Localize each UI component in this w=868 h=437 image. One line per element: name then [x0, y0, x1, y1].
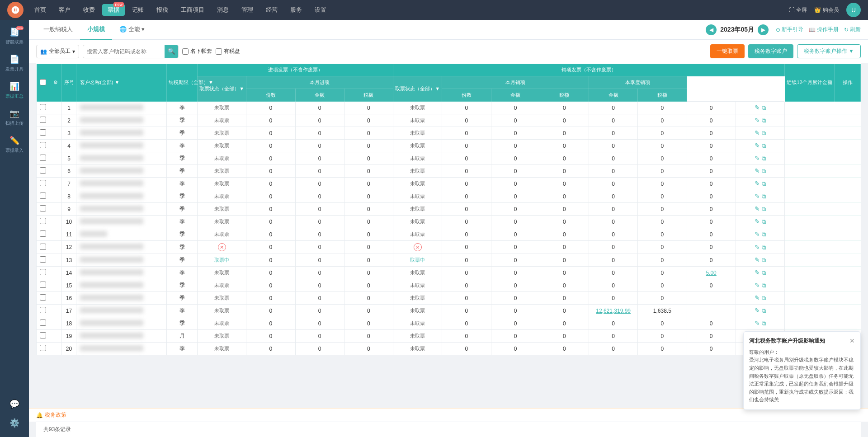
nav-service[interactable]: 服务 [285, 4, 307, 16]
copy-button-14[interactable]: ⧉ [762, 282, 766, 289]
out-status-header[interactable]: 取票状态（全部）▼ [393, 76, 442, 102]
row-checkbox-5[interactable] [40, 167, 46, 174]
row-check-13[interactable] [37, 267, 49, 279]
row-checkbox-11[interactable] [40, 244, 46, 250]
new-guide-link[interactable]: ⊙ 新手引导 [776, 26, 803, 33]
row-check-16[interactable] [37, 305, 49, 317]
nav-manage[interactable]: 管理 [236, 4, 259, 16]
my-accounts-checkbox[interactable] [182, 48, 189, 55]
edit-button-6[interactable]: ✎ [755, 180, 760, 187]
nav-tax[interactable]: 报税 [151, 4, 174, 16]
sidebar-item-message[interactable]: 💬 [2, 395, 27, 413]
edit-button-13[interactable]: ✎ [755, 269, 760, 276]
row-check-18[interactable] [37, 330, 49, 343]
copy-button-8[interactable]: ⧉ [762, 206, 766, 212]
copy-button-1[interactable]: ⧉ [762, 117, 766, 124]
copy-button-6[interactable]: ⧉ [762, 180, 766, 187]
copy-button-5[interactable]: ⧉ [762, 168, 766, 174]
row-check-4[interactable] [37, 152, 49, 165]
row-checkbox-19[interactable] [40, 345, 46, 351]
tax-policy-bar[interactable]: 🔔 税务政策 [29, 408, 868, 422]
edit-button-9[interactable]: ✎ [755, 218, 760, 225]
row-checkbox-17[interactable] [40, 320, 46, 326]
edit-button-15[interactable]: ✎ [755, 294, 760, 301]
nav-client[interactable]: 客户 [53, 4, 76, 16]
row-checkbox-12[interactable] [40, 256, 46, 263]
refresh-link[interactable]: ↻ 刷新 [844, 26, 861, 33]
edit-button-11[interactable]: ✎ [755, 244, 760, 251]
copy-button-7[interactable]: ⧉ [762, 193, 766, 200]
copy-button-10[interactable]: ⧉ [762, 231, 766, 238]
nav-invoice[interactable]: 票据new [102, 4, 125, 16]
search-input[interactable] [83, 48, 165, 55]
row-check-14[interactable] [37, 279, 49, 292]
row-check-8[interactable] [37, 203, 49, 216]
sidebar-item-settings[interactable]: ⚙️ [2, 414, 27, 432]
row-checkbox-14[interactable] [40, 282, 46, 288]
copy-button-9[interactable]: ⧉ [762, 218, 766, 225]
edit-button-16[interactable]: ✎ [755, 307, 760, 314]
nav-message[interactable]: 消息 [212, 4, 234, 16]
row-check-2[interactable] [37, 127, 49, 140]
row-checkbox-16[interactable] [40, 307, 46, 313]
nav-fee[interactable]: 收费 [78, 4, 100, 16]
copy-button-11[interactable]: ⧉ [762, 244, 766, 251]
row-checkbox-2[interactable] [40, 129, 46, 136]
sidebar-item-invoice-entry[interactable]: ✏️ 票据录入 [2, 132, 27, 157]
edit-button-3[interactable]: ✎ [755, 142, 760, 149]
edit-button-12[interactable]: ✎ [755, 256, 760, 263]
nav-business[interactable]: 工商项目 [175, 4, 210, 16]
col-settings-header[interactable]: ⚙ [49, 64, 62, 102]
row-check-12[interactable] [37, 254, 49, 267]
edit-button-8[interactable]: ✎ [755, 205, 760, 212]
digital-tax-ops-button[interactable]: 税务数字账户操作 ▼ [797, 44, 861, 58]
row-checkbox-7[interactable] [40, 193, 46, 199]
sidebar-item-open-invoice[interactable]: 📄 发票开具 [2, 51, 27, 76]
row-check-9[interactable] [37, 216, 49, 228]
my-accounts-filter[interactable]: 名下帐套 [182, 47, 212, 55]
row-check-0[interactable] [37, 102, 49, 114]
employee-filter[interactable]: 👥 全部员工 ▾ [36, 45, 79, 58]
row-check-6[interactable] [37, 178, 49, 190]
copy-button-2[interactable]: ⧉ [762, 130, 766, 136]
search-button[interactable]: 🔍 [165, 45, 178, 58]
nav-settings[interactable]: 设置 [309, 4, 332, 16]
sidebar-item-invoice-summary[interactable]: 📊 票据汇总 [2, 78, 27, 103]
row-checkbox-0[interactable] [40, 104, 46, 110]
edit-button-10[interactable]: ✎ [755, 230, 760, 238]
row-check-17[interactable] [37, 317, 49, 330]
sidebar-item-smart-ticket[interactable]: 🧾 智能取票 new [2, 23, 27, 49]
copy-button-0[interactable]: ⧉ [762, 104, 766, 111]
edit-button-2[interactable]: ✎ [755, 129, 760, 136]
row-check-7[interactable] [37, 190, 49, 203]
copy-button-12[interactable]: ⧉ [762, 257, 766, 263]
next-month-button[interactable]: ▶ [758, 24, 769, 35]
row-checkbox-15[interactable] [40, 294, 46, 301]
row-checkbox-8[interactable] [40, 205, 46, 211]
row-check-11[interactable] [37, 241, 49, 254]
edit-button-1[interactable]: ✎ [755, 117, 760, 124]
tab-all[interactable]: 🌐 全能 ▾ [112, 20, 152, 40]
row-checkbox-18[interactable] [40, 332, 46, 338]
user-avatar[interactable]: U [846, 3, 861, 17]
edit-button-17[interactable]: ✎ [755, 320, 760, 327]
copy-button-13[interactable]: ⧉ [762, 269, 766, 276]
has-tax-disk-filter[interactable]: 有税盘 [216, 47, 240, 55]
digital-tax-account-button[interactable]: 税务数字账户 [748, 44, 793, 58]
edit-button-0[interactable]: ✎ [755, 104, 760, 111]
sidebar-item-scan-upload[interactable]: 📷 扫描上传 [2, 105, 27, 130]
member-button[interactable]: 👑 购会员 [814, 6, 839, 14]
row-checkbox-10[interactable] [40, 230, 46, 237]
select-all-checkbox[interactable] [40, 79, 46, 85]
notification-close-button[interactable]: ✕ [849, 337, 855, 344]
tab-small-scale[interactable]: 小规模 [80, 20, 112, 40]
row-check-5[interactable] [37, 165, 49, 178]
copy-button-17[interactable]: ⧉ [762, 320, 766, 327]
col-tax-period-header[interactable]: 纳税期限（全部）▼ [167, 64, 198, 102]
edit-button-4[interactable]: ✎ [755, 155, 760, 162]
row-check-15[interactable] [37, 292, 49, 305]
copy-button-3[interactable]: ⧉ [762, 142, 766, 149]
row-checkbox-6[interactable] [40, 180, 46, 186]
row-check-10[interactable] [37, 228, 49, 241]
acc-link[interactable]: 5.00 [706, 270, 716, 276]
